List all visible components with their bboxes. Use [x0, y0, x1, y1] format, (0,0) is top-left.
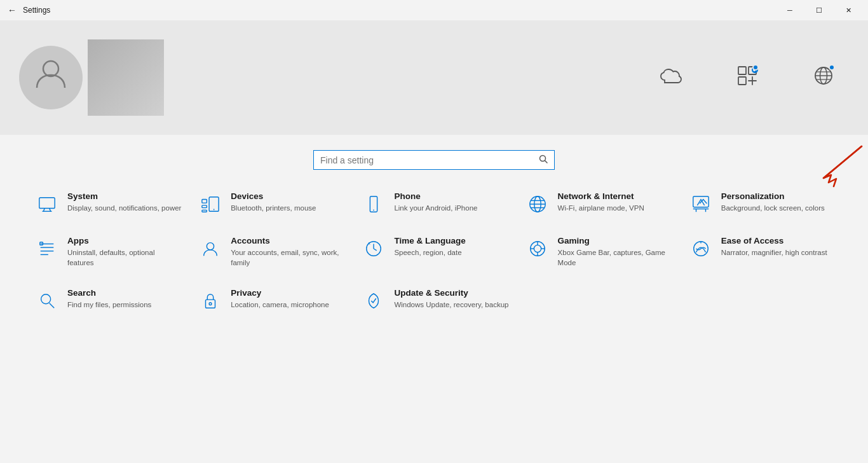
network-icon	[526, 193, 549, 216]
svg-point-0	[43, 61, 58, 76]
update-notification-dot	[752, 64, 759, 71]
accounts-text: Accounts Your accounts, email, sync, wor…	[231, 236, 346, 268]
gaming-text: Gaming Xbox Game Bar, captures, Game Mod…	[558, 236, 673, 268]
network-text: Network & Internet Wi-Fi, airplane mode,…	[558, 191, 644, 213]
svg-line-41	[374, 249, 377, 251]
settings-item-phone[interactable]: Phone Link your Android, iPhone	[352, 181, 515, 226]
devices-title: Devices	[231, 191, 316, 201]
svg-rect-17	[202, 205, 207, 208]
title-bar: ← Settings ─ ☐ ✕	[0, 0, 868, 20]
apps-icon	[36, 237, 58, 260]
settings-item-time[interactable]: A Time & Language Speech, region, date	[352, 226, 515, 278]
svg-point-51	[41, 294, 51, 304]
system-text: System Display, sound, notifications, po…	[67, 191, 181, 213]
phone-desc: Link your Android, iPhone	[394, 203, 477, 213]
devices-icon	[199, 193, 222, 216]
settings-item-gaming[interactable]: Gaming Xbox Game Bar, captures, Game Mod…	[516, 226, 679, 278]
svg-rect-1	[738, 67, 746, 74]
title-bar-left: ← Settings	[8, 5, 50, 15]
avatar[interactable]	[19, 46, 83, 109]
gaming-title: Gaming	[558, 236, 673, 245]
svg-rect-53	[206, 300, 215, 308]
network-desc: Wi-Fi, airplane mode, VPN	[558, 203, 644, 213]
settings-item-system[interactable]: System Display, sound, notifications, po…	[25, 181, 189, 226]
search-container	[0, 135, 868, 181]
update-security-desc: Windows Update, recovery, backup	[394, 300, 508, 310]
svg-rect-3	[738, 77, 746, 85]
settings-item-apps[interactable]: Apps Uninstall, defaults, optional featu…	[25, 226, 189, 278]
search-icon	[36, 289, 58, 312]
accounts-title: Accounts	[231, 236, 346, 245]
time-desc: Speech, region, date	[394, 247, 465, 258]
time-icon: A	[362, 237, 385, 260]
search-box	[313, 150, 555, 170]
svg-rect-18	[202, 210, 207, 212]
settings-item-search[interactable]: Search Find my files, permissions	[25, 278, 189, 322]
phone-text: Phone Link your Android, iPhone	[394, 191, 477, 213]
personalization-desc: Background, lock screen, colors	[721, 203, 825, 213]
settings-item-privacy[interactable]: Privacy Location, camera, microphone	[189, 278, 352, 322]
gaming-desc: Xbox Game Bar, captures, Game Mode	[558, 247, 673, 268]
header-shortcuts	[646, 63, 849, 92]
settings-item-ease[interactable]: Ease of Access Narrator, magnifier, high…	[679, 226, 843, 278]
ease-desc: Narrator, magnifier, high contrast	[721, 247, 827, 258]
apps-title: Apps	[67, 236, 182, 245]
user-icon	[32, 55, 70, 100]
gaming-icon	[526, 237, 549, 260]
profile-header	[0, 20, 868, 135]
web-notification-dot	[829, 64, 835, 71]
ease-text: Ease of Access Narrator, magnifier, high…	[721, 236, 827, 258]
svg-line-52	[50, 303, 55, 308]
svg-text:A: A	[368, 242, 370, 245]
svg-rect-16	[202, 200, 207, 204]
shortcut-web-browsing[interactable]	[798, 63, 849, 92]
settings-item-network[interactable]: Network & Internet Wi-Fi, airplane mode,…	[516, 181, 679, 226]
settings-grid: System Display, sound, notifications, po…	[0, 181, 868, 322]
svg-line-11	[545, 161, 548, 163]
maximize-button[interactable]: ☐	[804, 0, 834, 20]
shortcut-windows-update[interactable]	[722, 63, 773, 92]
onedrive-icon-wrap	[658, 63, 684, 88]
svg-rect-12	[39, 198, 55, 209]
cloud-icon	[660, 65, 682, 86]
personalization-text: Personalization Background, lock screen,…	[721, 191, 825, 213]
windows-update-icon-wrap	[735, 63, 760, 88]
web-browsing-icon-wrap	[811, 63, 836, 88]
apps-desc: Uninstall, defaults, optional features	[67, 247, 182, 268]
ease-title: Ease of Access	[721, 236, 827, 245]
system-icon	[36, 193, 58, 216]
svg-rect-21	[370, 197, 377, 212]
phone-icon	[362, 193, 385, 216]
app-title: Settings	[23, 6, 50, 15]
time-text: Time & Language Speech, region, date	[394, 236, 465, 258]
update-security-title: Update & Security	[394, 288, 508, 298]
settings-item-accounts[interactable]: Accounts Your accounts, email, sync, wor…	[189, 226, 352, 278]
settings-item-personalization[interactable]: Personalization Background, lock screen,…	[679, 181, 843, 226]
phone-title: Phone	[394, 191, 477, 201]
search-input[interactable]	[320, 155, 539, 165]
ease-icon	[689, 237, 712, 260]
svg-point-38	[207, 243, 214, 250]
apps-text: Apps Uninstall, defaults, optional featu…	[67, 236, 182, 268]
settings-item-update-security[interactable]: Update & Security Windows Update, recove…	[352, 278, 515, 322]
shortcut-onedrive[interactable]	[646, 63, 696, 92]
update-security-icon	[362, 289, 385, 312]
privacy-icon	[199, 289, 222, 312]
devices-desc: Bluetooth, printers, mouse	[231, 203, 316, 213]
search-icon	[539, 155, 548, 163]
settings-item-devices[interactable]: Devices Bluetooth, printers, mouse	[189, 181, 352, 226]
accounts-icon	[199, 237, 222, 260]
privacy-title: Privacy	[231, 288, 329, 298]
system-desc: Display, sound, notifications, power	[67, 203, 181, 213]
profile-image[interactable]	[88, 39, 164, 116]
svg-point-54	[209, 303, 212, 305]
window-controls: ─ ☐ ✕	[775, 0, 863, 20]
minimize-button[interactable]: ─	[775, 0, 804, 20]
close-button[interactable]: ✕	[834, 0, 863, 20]
time-title: Time & Language	[394, 236, 465, 245]
search-button[interactable]	[539, 155, 548, 165]
back-button[interactable]: ←	[8, 5, 17, 15]
personalization-icon	[689, 193, 712, 216]
personalization-title: Personalization	[721, 191, 825, 201]
privacy-desc: Location, camera, microphone	[231, 300, 329, 310]
